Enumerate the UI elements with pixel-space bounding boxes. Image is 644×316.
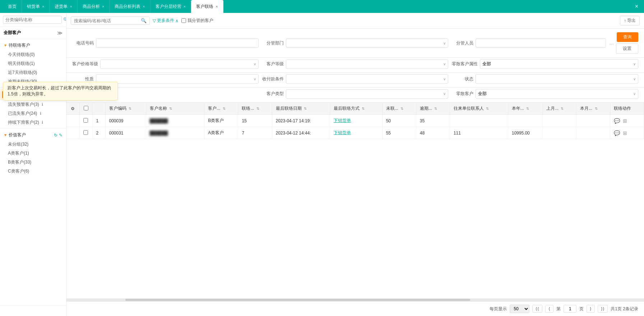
first-page-button[interactable]: ⟨⟨ [532, 305, 542, 313]
more-conditions-button[interactable]: ▽ 更多条件 ∧ [153, 18, 179, 24]
sidebar-item-today-contact[interactable]: 今天待联络(0) [0, 50, 66, 59]
search-button-icon[interactable]: 🔍 [141, 18, 147, 23]
close-purchase-order-icon[interactable]: × [70, 4, 72, 9]
search-input[interactable] [74, 18, 141, 23]
th-last-contact-date[interactable]: 最后联络日期 ⇅ [272, 103, 330, 115]
th-category[interactable]: 客户... ⇅ [204, 103, 238, 115]
sidebar-item-ungrouped[interactable]: 未分组(32) [0, 140, 66, 149]
info-icon-2[interactable]: ℹ [40, 111, 41, 115]
sidebar-item-churn-warning[interactable]: 流失预警客户(3) ℹ [0, 100, 66, 109]
person-more-icon[interactable]: … [610, 41, 614, 46]
sidebar-all-customers-header[interactable]: 全部客户 ≫ [0, 27, 66, 39]
filter-payment: 收付款条件 ∨ [262, 74, 449, 84]
th-settings[interactable]: ⚙ [66, 103, 79, 115]
close-customer-segmentation-icon[interactable]: × [184, 4, 186, 9]
contact-action-icon-1[interactable]: 💬 [614, 118, 620, 124]
filter-panel-row4: … 客户类型 ∨ 零散客户 全部 ∨ [66, 88, 644, 103]
filter-retail-customer-select[interactable]: 全部 ∨ [476, 89, 638, 99]
export-button[interactable]: ↑ 导出 [620, 16, 640, 25]
th-this-month[interactable]: 本月... ⇅ [576, 103, 610, 115]
page-number-input[interactable] [564, 305, 576, 313]
scrollbar-thumb[interactable] [125, 299, 470, 301]
th-current-year[interactable]: 本年... ⇅ [508, 103, 542, 115]
filter-price-level-label: 客户价格等级 [72, 61, 98, 67]
sidebar-divider-2 [0, 128, 66, 129]
tab-sales-order[interactable]: 销货单 × [22, 0, 50, 13]
edit-icon[interactable]: ✎ [59, 133, 62, 138]
filter-person-input[interactable] [476, 38, 606, 48]
table-body: 1 000039 ██████ B类客户 15 2023-04-17 14:19… [66, 115, 644, 139]
filter-customer-level-select[interactable]: ∨ [286, 60, 449, 69]
more-action-icon-2[interactable]: ⊞ [623, 130, 627, 136]
info-icon-3[interactable]: ℹ [42, 120, 43, 124]
sidebar-item-tomorrow-contact[interactable]: 明天待联络(1) [0, 59, 66, 68]
th-uncontacted[interactable]: 未联... ⇅ [382, 103, 416, 115]
td-last-method-1[interactable]: 下销货单 [330, 115, 383, 127]
query-button[interactable]: 查询 [617, 32, 638, 42]
filter-price-level-select[interactable]: ∨ [100, 60, 259, 69]
per-page-select[interactable]: 50 100 200 [510, 305, 529, 313]
filter-nature-select[interactable]: ∨ [96, 74, 259, 84]
window-close-button[interactable]: × [632, 3, 641, 10]
sidebar-item-churned[interactable]: 已流失客户(24) ℹ [0, 109, 66, 118]
last-page-button[interactable]: ⟩⟩ [598, 305, 608, 313]
th-code[interactable]: 客户编码 ⇅ [105, 103, 146, 115]
sidebar-item-class-b[interactable]: B类客户(33) [0, 158, 66, 167]
close-product-analysis-list-icon[interactable]: × [143, 4, 145, 9]
tab-home[interactable]: 首页 [3, 0, 22, 13]
filter-retail-attr-select[interactable]: 全部 ∨ [480, 59, 638, 69]
sidebar-item-class-a[interactable]: A类客户(1) [0, 149, 66, 158]
sidebar-group-pending-contact[interactable]: ▼ 待联络客户 [0, 41, 66, 50]
tab-customer-contact[interactable]: 客户联络 × [191, 0, 223, 13]
filter-customer-type-select[interactable]: ∨ [286, 89, 449, 99]
horizontal-scrollbar[interactable] [66, 298, 644, 301]
th-last-month[interactable]: 上月... ⇅ [543, 103, 576, 115]
sidebar-item-class-c[interactable]: C类客户(6) [0, 167, 66, 176]
tab-customer-segmentation[interactable]: 客户分层经营 × [150, 0, 191, 13]
th-last-contact-method[interactable]: 最后联络方式 ⇅ [330, 103, 383, 115]
sidebar-item-7days-contact[interactable]: 近7天待联络(0) [0, 68, 66, 77]
next-page-button[interactable]: ⟩ [587, 305, 595, 313]
row1-checkbox[interactable] [83, 118, 88, 123]
td-last-date-1: 2023-04-17 14:19: [272, 115, 330, 127]
contact-action-icon-2[interactable]: 💬 [614, 130, 620, 136]
filter-payment-label: 收付款条件 [262, 76, 284, 82]
sidebar-search-input[interactable] [3, 16, 62, 24]
info-icon-1[interactable]: ℹ [42, 102, 43, 107]
close-sales-order-icon[interactable]: × [42, 4, 44, 9]
sidebar-item-declining[interactable]: 持续下滑客户(2) ℹ [0, 118, 66, 127]
more-action-icon-1[interactable]: ⊞ [623, 118, 627, 124]
page-label: 第 [556, 306, 561, 312]
td-action-1: 💬 ⊞ [610, 115, 644, 127]
row2-checkbox[interactable] [83, 130, 88, 135]
sidebar-value-customer-header[interactable]: ▼ 价值客户 ↻ ✎ [0, 130, 66, 140]
tab-product-analysis-list[interactable]: 商品分析列表 × [110, 0, 150, 13]
sidebar-collapse-icon[interactable]: ≫ [57, 30, 62, 36]
filter-payment-select[interactable]: ∨ [286, 74, 449, 84]
last-method-link-1[interactable]: 下销货单 [334, 118, 351, 123]
td-last-method-2[interactable]: 下销货单 [330, 127, 383, 139]
th-overdue[interactable]: 逾期... ⇅ [416, 103, 450, 115]
sidebar-search-icon[interactable]: 🔍 [63, 17, 66, 22]
close-product-analysis-icon[interactable]: × [102, 4, 104, 9]
tooltip-box: 距客户上次交易时长，超过了此客户的平均交易周期的1.5倍，则视为异常。 [3, 82, 118, 100]
filter-phone-input[interactable] [96, 38, 259, 48]
tab-purchase-order[interactable]: 进货单 × [50, 0, 77, 13]
last-method-link-2[interactable]: 下销货单 [334, 130, 351, 135]
setting-button[interactable]: 设置 [616, 43, 638, 54]
td-code-1: 000039 [105, 115, 146, 127]
tab-product-analysis[interactable]: 商品分析 × [78, 0, 110, 13]
prev-page-button[interactable]: ⟨ [545, 305, 553, 313]
th-name[interactable]: 客户名称 ⇅ [146, 103, 204, 115]
th-contact-count[interactable]: 联络... ⇅ [238, 103, 272, 115]
customer-level-chevron-icon: ∨ [443, 62, 446, 66]
filter-status-select[interactable]: ∨ [476, 74, 638, 84]
refresh-icon[interactable]: ↻ [54, 133, 57, 138]
filter-dept-select[interactable]: ∨ [286, 38, 449, 48]
select-all-checkbox[interactable] [84, 106, 88, 110]
th-unit-contact[interactable]: 往来单位联系人 ⇅ [450, 103, 508, 115]
price-level-chevron-icon: ∨ [254, 62, 256, 66]
my-customer-checkbox[interactable] [181, 18, 186, 23]
close-customer-contact-icon[interactable]: × [216, 4, 218, 9]
td-last-month-1 [543, 115, 576, 127]
